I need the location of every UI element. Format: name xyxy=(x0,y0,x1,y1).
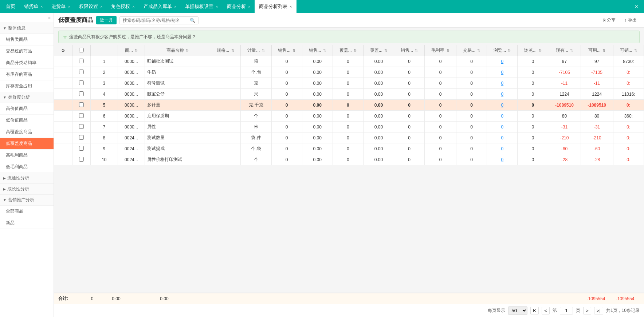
row-unit: 克,千克 xyxy=(241,100,271,111)
sidebar-section-promotion[interactable]: ▼ 营销推广分析 xyxy=(0,195,54,206)
sidebar-item-high-value[interactable]: 高价值商品 xyxy=(0,103,54,115)
col-sale-x[interactable]: 销售... ⇅ xyxy=(394,45,424,56)
next-page-button[interactable]: > xyxy=(583,307,591,314)
col-name[interactable]: 商品名称 ⇅ xyxy=(145,45,210,56)
close-icon[interactable]: × xyxy=(216,4,218,9)
last-page-button[interactable]: >| xyxy=(594,307,603,314)
page-number-input[interactable] xyxy=(560,307,573,314)
col-trade[interactable]: 交易... ⇅ xyxy=(456,45,487,56)
close-icon[interactable]: × xyxy=(132,4,134,9)
nav-analysis[interactable]: 商品分析 × xyxy=(223,0,255,13)
browse-link[interactable]: 0 xyxy=(501,157,503,162)
per-page-select[interactable]: 50 20 100 xyxy=(508,306,527,315)
col-gear[interactable]: ⚙ xyxy=(54,45,72,56)
browse-link[interactable]: 0 xyxy=(501,135,503,140)
row-checkbox[interactable] xyxy=(79,91,84,96)
nav-production[interactable]: 产成品入库单 × xyxy=(139,0,181,13)
col-browse1[interactable]: 浏览... ⇅ xyxy=(487,45,518,56)
col-sellable[interactable]: 可销... ⇅ xyxy=(613,45,644,56)
row-checkbox[interactable] xyxy=(79,124,84,129)
sidebar-section-growth[interactable]: ▶ 成长性分析 xyxy=(0,184,54,195)
browse-link[interactable]: 0 xyxy=(501,70,503,75)
share-button[interactable]: ⎘ 分享 xyxy=(600,16,619,24)
browse-link[interactable]: 0 xyxy=(501,124,503,130)
sidebar-item-high-profit[interactable]: 高毛利商品 xyxy=(0,150,54,161)
nav-templates[interactable]: 单据模板设置 × xyxy=(181,0,222,13)
browse-link[interactable]: 0 xyxy=(501,114,503,119)
prev-page-button[interactable]: < xyxy=(542,307,550,314)
sidebar-section-abundance[interactable]: ▼ 类群度分析 xyxy=(0,92,54,103)
data-table-container[interactable]: ⚙ 商... ⇅ 商品名称 ⇅ 规格... ⇅ 计量... ⇅ 销售... ⇅ … xyxy=(54,45,644,293)
col-sale-amt[interactable]: 销售... ⇅ xyxy=(302,45,333,56)
sidebar-item-low-profit[interactable]: 低毛利商品 xyxy=(0,161,54,173)
chevron-right-icon: ▶ xyxy=(3,187,6,191)
row-checkbox[interactable] xyxy=(79,80,84,85)
col-spec[interactable]: 规格... ⇅ xyxy=(210,45,241,56)
row-checkbox[interactable] xyxy=(79,113,84,118)
close-icon[interactable]: × xyxy=(68,4,70,9)
col-check[interactable] xyxy=(72,45,91,56)
row-checkbox[interactable] xyxy=(79,146,84,151)
row-browse1: 0 xyxy=(487,111,518,122)
nav-analysis-list[interactable]: 商品分析列表 × xyxy=(255,0,296,13)
close-icon[interactable]: × xyxy=(40,4,43,9)
row-checkbox[interactable] xyxy=(79,59,84,63)
sidebar-item-high-coverage[interactable]: 高覆盖度商品 xyxy=(0,126,54,138)
col-code[interactable]: 商... ⇅ xyxy=(118,45,145,56)
sidebar-item-sales-goods[interactable]: 销售类商品 xyxy=(0,34,54,45)
col-sale-qty[interactable]: 销售... ⇅ xyxy=(271,45,302,56)
browse-link[interactable]: 0 xyxy=(501,59,503,64)
search-icon[interactable]: 🔍 xyxy=(190,18,195,23)
row-cover2: 0.00 xyxy=(363,143,394,154)
first-page-button[interactable]: K xyxy=(530,307,539,314)
sidebar-item-low-coverage[interactable]: 低覆盖度商品 xyxy=(0,138,54,150)
row-checkbox[interactable] xyxy=(79,102,84,107)
browse-link[interactable]: 0 xyxy=(501,92,503,97)
row-actions xyxy=(54,132,72,143)
total-sale-qty: 0 xyxy=(80,296,104,301)
nav-home[interactable]: 首页 xyxy=(1,0,20,13)
close-icon[interactable]: × xyxy=(100,4,102,9)
browse-link[interactable]: 0 xyxy=(501,103,503,108)
row-checkbox[interactable] xyxy=(79,157,84,162)
col-cover2[interactable]: 覆盖... ⇅ xyxy=(363,45,394,56)
close-icon[interactable]: × xyxy=(290,4,292,9)
col-cover1[interactable]: 覆盖... ⇅ xyxy=(333,45,363,56)
sidebar-item-category-rate[interactable]: 商品分类动销率 xyxy=(0,57,54,69)
col-browse2[interactable]: 浏览... ⇅ xyxy=(518,45,548,56)
sidebar-item-all-goods[interactable]: 全部商品 xyxy=(0,206,54,217)
browse-link[interactable]: 0 xyxy=(501,81,503,86)
select-all-checkbox[interactable] xyxy=(79,48,84,52)
close-icon[interactable]: × xyxy=(174,4,176,9)
nav-permissions[interactable]: 权限设置 × xyxy=(75,0,107,13)
sidebar-item-stock-capital[interactable]: 库存资金占用 xyxy=(0,80,54,92)
browse-link[interactable]: 0 xyxy=(501,146,503,151)
sidebar-item-low-value[interactable]: 低价值商品 xyxy=(0,115,54,126)
col-available[interactable]: 可用... ⇅ xyxy=(581,45,613,56)
col-current[interactable]: 现有... ⇅ xyxy=(548,45,581,56)
col-unit[interactable]: 计量... ⇅ xyxy=(241,45,271,56)
period-button[interactable]: 近一月 xyxy=(96,16,117,24)
sidebar-section-global[interactable]: ▼ 整体信息 xyxy=(0,23,54,34)
sidebar-item-in-stock[interactable]: 有库存的商品 xyxy=(0,69,54,80)
row-cover2: 0.00 xyxy=(363,154,394,165)
search-input[interactable] xyxy=(123,18,188,23)
nav-purchase[interactable]: 进货单 × xyxy=(47,0,74,13)
sidebar-item-traded-goods[interactable]: 交易过的商品 xyxy=(0,45,54,57)
sidebar-section-flow[interactable]: ▶ 流通性分析 xyxy=(0,173,54,184)
row-checkbox[interactable] xyxy=(79,70,84,74)
nav-roles[interactable]: 角色授权 × xyxy=(107,0,139,13)
window-close-button[interactable]: × xyxy=(631,3,643,10)
nav-sales[interactable]: 销货单 × xyxy=(20,0,47,13)
row-gross-rate: 0 xyxy=(425,78,456,89)
close-icon[interactable]: × xyxy=(248,4,250,9)
row-browse2: 0 xyxy=(518,132,548,143)
per-page-label: 每页显示 xyxy=(488,308,505,314)
export-button[interactable]: ↑ 导出 xyxy=(621,16,640,24)
col-gross-rate[interactable]: 毛利率 ⇅ xyxy=(425,45,456,56)
sidebar-collapse-button[interactable]: « xyxy=(0,13,54,23)
row-checkbox[interactable] xyxy=(79,135,84,140)
row-number: 3 xyxy=(91,78,118,89)
row-browse1: 0 xyxy=(487,143,518,154)
sidebar-item-new-goods[interactable]: 新品 xyxy=(0,217,54,229)
